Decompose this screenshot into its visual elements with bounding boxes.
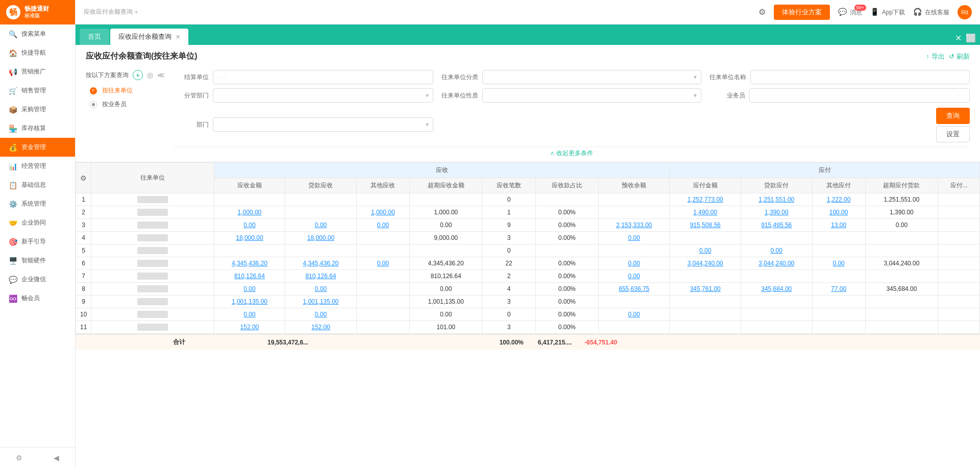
user-profile[interactable]: Rit [958, 5, 972, 19]
table-cell[interactable]: 100.00 [812, 206, 865, 219]
table-cell [938, 295, 980, 308]
table-cell[interactable]: 3,044,240.00 [670, 257, 741, 270]
dept-manager-input[interactable]: ▾ [213, 88, 433, 103]
tab-close-window-btn[interactable]: ✕ [955, 33, 962, 43]
table-cell: 2 [482, 270, 535, 283]
sidebar-item-hardware[interactable]: 🖥️ 智能硬件 [0, 251, 75, 270]
table-cell[interactable]: 0.00 [214, 308, 285, 321]
export-button[interactable]: ↑ 导出 [926, 52, 945, 61]
table-cell [938, 321, 980, 334]
filter-nav-by-partner[interactable]: P 按往来单位 [86, 84, 165, 97]
table-cell[interactable]: 18,000.00 [214, 232, 285, 244]
table-cell[interactable]: 152.00 [214, 321, 285, 334]
table-cell[interactable]: 0.00 [598, 257, 670, 270]
tab-home[interactable]: 首页 [80, 29, 109, 45]
table-cell: 0.00 [409, 219, 482, 232]
sidebar-item-vip[interactable]: ♾️ 畅会员 [0, 289, 75, 308]
table-cell[interactable]: 0.00 [741, 244, 812, 257]
table-settings-icon[interactable]: ⚙ [80, 174, 87, 182]
sidebar-item-purchase[interactable]: 📦 采购管理 [0, 100, 75, 119]
table-cell[interactable]: 13.00 [812, 219, 865, 232]
settlement-input[interactable]: ··· [213, 70, 433, 84]
table-cell[interactable]: 1,001,135.00 [214, 295, 285, 308]
table-cell[interactable]: 0.00 [356, 219, 409, 232]
app-download-btn[interactable]: 📱 App下载 [870, 8, 905, 17]
partner-category-input[interactable]: ▾ [482, 70, 702, 84]
table-cell[interactable]: 0.00 [214, 283, 285, 295]
table-cell[interactable]: 0.00 [598, 232, 670, 244]
sidebar-item-basic-info[interactable]: 📋 基础信息 [0, 176, 75, 194]
settings-icon[interactable]: ⚙ [758, 7, 766, 17]
table-cell[interactable]: 915,495.56 [741, 219, 812, 232]
tab-close-icon[interactable]: ✕ [176, 34, 180, 40]
sidebar-item-enterprise[interactable]: 🤝 企业协同 [0, 213, 75, 232]
table-cell[interactable]: 655,636.75 [598, 283, 670, 295]
filter-nav-by-staff[interactable]: 按业务员 [86, 98, 165, 111]
sidebar-label-purchase: 采购管理 [21, 105, 46, 114]
table-cell[interactable]: 1,001,135.00 [285, 295, 357, 308]
table-cell[interactable]: 0.00 [285, 308, 357, 321]
table-cell[interactable]: 810,126.64 [214, 270, 285, 283]
table-cell[interactable]: 0.00 [285, 219, 357, 232]
setting-button[interactable]: 设置 [936, 126, 970, 142]
table-cell[interactable]: 1,251,551.00 [741, 193, 812, 206]
table-cell[interactable]: 0.00 [670, 244, 741, 257]
sidebar-item-operation[interactable]: 📊 经营管理 [0, 157, 75, 176]
collapse-more-btn[interactable]: ∧ 收起更多条件 [173, 146, 970, 160]
table-cell[interactable]: 77.00 [812, 283, 865, 295]
table-cell[interactable]: 1,252,773.00 [670, 193, 741, 206]
table-cell[interactable]: 345,684.00 [741, 283, 812, 295]
table-cell[interactable]: 152.00 [285, 321, 357, 334]
table-cell[interactable]: 1,490.00 [670, 206, 741, 219]
table-cell[interactable]: 4,345,436.20 [214, 257, 285, 270]
online-service-btn[interactable]: 🎧 在线客服 [913, 8, 949, 17]
breadcrumb-item[interactable]: 应收应付余额查询 [84, 8, 133, 16]
filter-add-btn[interactable]: + [133, 70, 143, 80]
sidebar-item-marketing[interactable]: 📢 营销推广 [0, 62, 75, 81]
table-cell [812, 295, 865, 308]
tab-maximize-btn[interactable]: ⬜ [966, 33, 976, 43]
sidebar-item-wechat[interactable]: 💬 企业微信 [0, 270, 75, 289]
sidebar-collapse-btn[interactable]: ◀ [50, 452, 63, 464]
table-cell[interactable]: 810,126.64 [285, 270, 357, 283]
table-cell: 101.00 [409, 321, 482, 334]
sidebar-item-guide[interactable]: 🎯 新手引导 [0, 232, 75, 251]
salesperson-input[interactable]: ··· [749, 88, 970, 103]
sidebar-item-search[interactable]: 🔍 搜索菜单 [0, 24, 75, 43]
sidebar-settings-btn[interactable]: ⚙ [12, 452, 27, 464]
solution-button[interactable]: 体验行业方案 [774, 5, 830, 20]
table-cell[interactable]: 1,390.00 [741, 206, 812, 219]
table-cell[interactable]: 4,345,436.20 [285, 257, 357, 270]
table-cell[interactable]: 0.00 [812, 257, 865, 270]
table-cell[interactable]: 3,044,240.00 [741, 257, 812, 270]
table-cell[interactable]: 1,000.00 [356, 206, 409, 219]
table-cell[interactable]: 2,153,333.00 [598, 219, 670, 232]
table-cell[interactable]: 0.00 [285, 283, 357, 295]
sidebar-item-finance[interactable]: 💰 资金管理 [0, 138, 75, 157]
table-cell-partner [91, 244, 214, 257]
partner-name-input[interactable] [750, 70, 970, 84]
export-label: 导出 [932, 52, 945, 61]
table-cell[interactable]: 1,222.00 [812, 193, 865, 206]
filter-setting-icon[interactable]: ◎ [147, 71, 153, 79]
sidebar-item-quick-nav[interactable]: 🏠 快捷导航 [0, 43, 75, 62]
table-cell[interactable]: 0.00 [598, 270, 670, 283]
tab-ar-ap[interactable]: 应收应付余额查询 ✕ [110, 29, 188, 45]
table-cell[interactable]: 915,508.56 [670, 219, 741, 232]
table-cell[interactable]: 1,000.00 [214, 206, 285, 219]
table-cell[interactable]: 18,000.00 [285, 232, 357, 244]
notification-btn[interactable]: 💬 消息 99+ [838, 8, 862, 17]
table-cell: 5 [76, 244, 91, 257]
table-cell[interactable]: 345,761.00 [670, 283, 741, 295]
filter-collapse-icon[interactable]: ≪ [157, 71, 165, 79]
sidebar-item-system[interactable]: ⚙️ 系统管理 [0, 194, 75, 213]
dept-input[interactable]: ▾ [213, 117, 433, 132]
refresh-button[interactable]: ↺ 刷新 [949, 52, 970, 61]
table-cell[interactable]: 0.00 [214, 219, 285, 232]
table-cell[interactable]: 0.00 [356, 257, 409, 270]
table-cell[interactable]: 0.00 [598, 308, 670, 321]
sidebar-item-inventory[interactable]: 🏪 库存核算 [0, 119, 75, 138]
sidebar-item-sales[interactable]: 🛒 销售管理 [0, 81, 75, 100]
query-button[interactable]: 查询 [936, 108, 970, 124]
partner-nature-input[interactable]: ▾ [482, 88, 702, 103]
